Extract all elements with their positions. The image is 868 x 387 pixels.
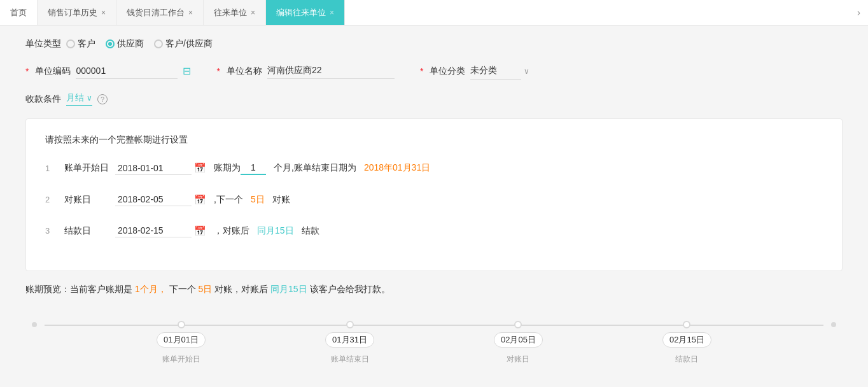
unit-name-input[interactable] [267, 63, 395, 79]
tab-sales-order-history[interactable]: 销售订单历史 × [38, 0, 116, 25]
payment-date-cal-icon[interactable]: 📅 [194, 225, 206, 237]
tab-sales-close-icon[interactable]: × [101, 8, 106, 17]
unit-code-star: * [25, 66, 29, 76]
radio-customer[interactable]: 客户 [66, 38, 95, 50]
help-icon-label: ? [101, 95, 104, 103]
unit-name-label: 单位名称 [227, 66, 262, 77]
preview-suffix: 该客户会给我打款。 [310, 284, 390, 294]
payment-date-input[interactable] [115, 224, 192, 237]
preview-middle1: 下一个 [169, 284, 196, 294]
timeline-dot-1 [178, 321, 185, 328]
unit-info-row: * 单位编码 ⊟ * 单位名称 * 单位分类 未分类 ∨ [25, 62, 843, 80]
tab-edit-partner[interactable]: 编辑往来单位 × [266, 0, 345, 25]
help-icon[interactable]: ? [97, 94, 108, 104]
radio-both[interactable]: 客户/供应商 [154, 38, 213, 50]
unit-code-input[interactable] [76, 63, 178, 79]
timeline-badge-1: 01月01日 [157, 332, 206, 348]
timeline-badge-2: 01月31日 [325, 332, 374, 348]
unit-type-row: 单位类型 客户 供应商 客户/供应商 [25, 38, 843, 50]
payment-condition-dropdown[interactable]: 月结 ∨ [66, 92, 92, 106]
timeline-node-1: 01月01日 账单开始日 [157, 311, 206, 365]
timeline-dot-2 [346, 321, 354, 328]
card-title: 请按照未来的一个完整帐期进行设置 [45, 134, 823, 146]
timeline-dot-3 [514, 321, 522, 328]
row-3-desc-prefix: ，对账后 [214, 225, 249, 237]
row-2-label: 对账日 [64, 194, 115, 206]
payment-condition-value: 月结 [66, 92, 84, 104]
reconcile-date-cal-icon[interactable]: 📅 [194, 194, 206, 206]
unit-category-group: * 单位分类 未分类 ∨ [420, 62, 529, 80]
row-3-num: 3 [45, 226, 64, 236]
preview-text: 账期预览：当前客户账期是 1个月， 下一个 5日 对账，对账后 同月15日 该客… [25, 284, 843, 295]
setting-row-2: 2 对账日 📅 ,下一个 5日 对账 [45, 193, 823, 206]
start-date-cal-icon[interactable]: 📅 [194, 162, 206, 174]
radio-both-circle [154, 39, 163, 48]
tab-edit-close-icon[interactable]: × [330, 8, 334, 17]
timeline-right-end [831, 311, 836, 327]
row-2-desc-prefix: ,下一个 [214, 194, 243, 206]
row-2-highlight: 5日 [251, 194, 265, 206]
setting-row-1: 1 账单开始日 📅 账期为 个月,账单结束日期为 2018年01月31日 [45, 161, 823, 175]
unit-category-label: 单位分类 [430, 66, 465, 77]
reconcile-date-input[interactable] [115, 193, 192, 206]
unit-category-dropdown[interactable]: 未分类 ∨ [470, 62, 529, 80]
row-1-desc-suffix: 个月,账单结束日期为 [274, 162, 356, 174]
tab-partner-label: 往来单位 [214, 7, 247, 18]
unit-name-star: * [216, 66, 220, 76]
timeline-left-end [32, 311, 37, 327]
settings-card: 请按照未来的一个完整帐期进行设置 1 账单开始日 📅 账期为 个月,账单结束日期… [25, 118, 843, 271]
preview-highlight3: 同月15日 [270, 284, 307, 294]
timeline-node-3: 02月05日 对账日 [494, 311, 543, 365]
row-1-num: 1 [45, 164, 64, 173]
month-input[interactable] [241, 161, 266, 175]
timeline-label-1: 账单开始日 [162, 354, 200, 365]
tab-home-label: 首页 [10, 7, 27, 18]
end-date-display: 2018年01月31日 [364, 162, 430, 174]
tab-cash-label: 钱货日清工作台 [127, 7, 185, 18]
row-1-label: 账单开始日 [64, 162, 115, 174]
tab-partner-close-icon[interactable]: × [251, 8, 255, 17]
preview-middle2: 对账，对账后 [214, 284, 268, 294]
unit-code-label: 单位编码 [35, 66, 71, 77]
tab-bar: 首页 销售订单历史 × 钱货日清工作台 × 往来单位 × 编辑往来单位 × › [0, 0, 868, 25]
radio-customer-label: 客户 [78, 38, 95, 50]
radio-both-label: 客户/供应商 [165, 38, 213, 50]
tab-expand-button[interactable]: › [850, 0, 868, 25]
timeline-right-dot [831, 322, 836, 327]
main-content: 单位类型 客户 供应商 客户/供应商 * 单位编码 [0, 25, 868, 387]
unit-type-label: 单位类型 [25, 38, 61, 50]
unit-code-group: * 单位编码 ⊟ [25, 63, 191, 79]
row-3-desc-suffix: 结款 [302, 225, 319, 237]
start-date-input[interactable] [115, 162, 192, 175]
timeline-badge-4: 02月15日 [662, 332, 711, 348]
timeline-container: 01月01日 账单开始日 01月31日 账单结束日 02月05日 对账日 02月… [25, 311, 843, 365]
timeline-node-2: 01月31日 账单结束日 [325, 311, 374, 365]
timeline-node-4: 02月15日 结款日 [662, 311, 711, 365]
unit-category-value: 未分类 [470, 62, 521, 80]
timeline-dot-4 [683, 321, 690, 328]
setting-row-3: 3 结款日 📅 ，对账后 同月15日 结款 [45, 224, 823, 237]
payment-condition-label: 收款条件 [25, 94, 61, 105]
row-1-desc-prefix: 账期为 [214, 162, 241, 174]
tab-partner[interactable]: 往来单位 × [204, 0, 266, 25]
radio-group: 客户 供应商 客户/供应商 [66, 38, 213, 50]
preview-prefix: 账期预览：当前客户账期是 [25, 284, 132, 294]
tab-home[interactable]: 首页 [0, 0, 38, 25]
radio-customer-circle [66, 39, 75, 48]
tab-cash-work[interactable]: 钱货日清工作台 × [116, 0, 204, 25]
timeline-label-4: 结款日 [675, 354, 698, 365]
radio-supplier-label: 供应商 [117, 38, 144, 50]
timeline-badge-3: 02月05日 [494, 332, 543, 348]
preview-highlight2: 5日 [198, 284, 212, 294]
preview-highlight1: 1个月， [135, 284, 167, 294]
unit-code-copy-icon[interactable]: ⊟ [183, 65, 191, 77]
unit-name-group: * 单位名称 [216, 63, 394, 79]
timeline-nodes: 01月01日 账单开始日 01月31日 账单结束日 02月05日 对账日 02月… [32, 311, 836, 365]
unit-category-arrow-icon: ∨ [524, 67, 529, 76]
row-3-highlight: 同月15日 [257, 225, 294, 237]
row-2-num: 2 [45, 195, 64, 204]
unit-type-group: 单位类型 客户 供应商 客户/供应商 [25, 38, 213, 50]
row-3-label: 结款日 [64, 225, 115, 237]
tab-cash-close-icon[interactable]: × [188, 8, 193, 17]
radio-supplier[interactable]: 供应商 [106, 38, 144, 50]
